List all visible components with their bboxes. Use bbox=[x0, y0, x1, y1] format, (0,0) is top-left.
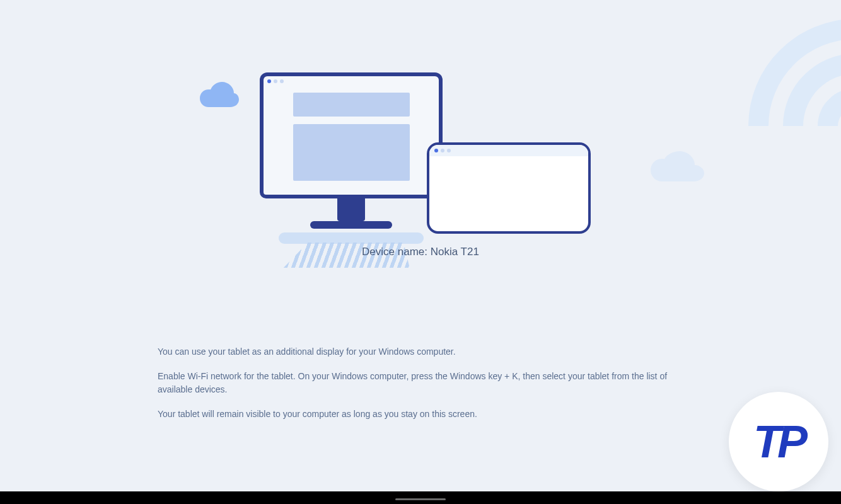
tablet-illustration bbox=[427, 142, 591, 234]
nav-handle-icon[interactable] bbox=[395, 498, 446, 500]
instruction-line-3: Your tablet will remain visible to your … bbox=[158, 408, 681, 421]
watermark-logo: TP bbox=[753, 419, 804, 464]
cloud-icon bbox=[200, 82, 239, 110]
device-name-value: Nokia T21 bbox=[431, 246, 479, 258]
instruction-line-1: You can use your tablet as an additional… bbox=[158, 345, 681, 358]
monitor-illustration bbox=[260, 72, 443, 268]
instructions-block: You can use your tablet as an additional… bbox=[158, 345, 681, 432]
device-name: Device name: Nokia T21 bbox=[362, 246, 479, 258]
device-name-label: Device name: bbox=[362, 246, 427, 258]
hero-illustration bbox=[200, 25, 641, 252]
cloud-icon bbox=[651, 151, 704, 184]
watermark-badge: TP bbox=[729, 392, 828, 491]
instruction-line-2: Enable Wi-Fi network for the tablet. On … bbox=[158, 370, 681, 396]
android-nav-bar[interactable] bbox=[0, 491, 841, 504]
